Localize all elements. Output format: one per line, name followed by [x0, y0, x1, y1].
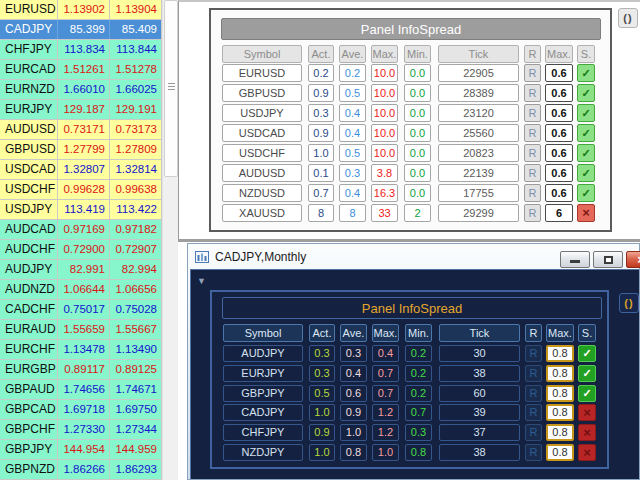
- market-watch-row[interactable]: GBPNZD 1.86266 1.86293: [0, 460, 162, 480]
- market-watch-row[interactable]: USDCHF 0.99628 0.99638: [0, 180, 162, 200]
- max-limit-input[interactable]: [546, 345, 574, 362]
- max-spread-cell: 10.0: [371, 64, 398, 82]
- spread-row: EURJPY 0.3 0.4 0.7 0.2 38 R: [212, 365, 607, 382]
- window-titlebar[interactable]: CADJPY,Monthly ×: [188, 244, 639, 269]
- close-button[interactable]: ×: [626, 251, 640, 268]
- reset-button[interactable]: R: [524, 164, 541, 182]
- market-watch-row[interactable]: AUDCAD 0.97169 0.97182: [0, 220, 162, 240]
- min-spread-cell: 2: [404, 204, 431, 222]
- max-limit-input[interactable]: [545, 124, 573, 142]
- market-watch-row[interactable]: EURNZD 1.66010 1.66025: [0, 80, 162, 100]
- market-watch-row[interactable]: GBPJPY 144.954 144.959: [0, 440, 162, 460]
- reset-button[interactable]: R: [525, 424, 542, 441]
- market-watch-row[interactable]: USDJPY 113.419 113.422: [0, 200, 162, 220]
- max-limit-input[interactable]: [545, 84, 573, 102]
- one-click-trading-icon[interactable]: (): [619, 293, 639, 313]
- max-limit-input[interactable]: [545, 104, 573, 122]
- market-watch-row[interactable]: GBPCAD 1.69718 1.69750: [0, 400, 162, 420]
- spread-row: CHFJPY 0.9 1.0 1.2 0.3 37 R: [212, 424, 607, 441]
- market-watch-row[interactable]: EURCAD 1.51261 1.51278: [0, 60, 162, 80]
- symbol-cell: EURAUD: [0, 320, 58, 339]
- reset-button[interactable]: R: [525, 345, 542, 362]
- market-watch-row[interactable]: USDCAD 1.32807 1.32814: [0, 160, 162, 180]
- max-limit-input[interactable]: [546, 444, 574, 461]
- scrollbar-thumb[interactable]: [164, 0, 178, 177]
- status-toggle-button[interactable]: [577, 84, 595, 102]
- market-watch-row[interactable]: GBPCHF 1.27330 1.27344: [0, 420, 162, 440]
- reset-button[interactable]: R: [525, 444, 542, 461]
- market-watch-row[interactable]: AUDCHF 0.72900 0.72907: [0, 240, 162, 260]
- market-watch-row[interactable]: CADJPY 85.399 85.409: [0, 20, 162, 40]
- status-toggle-button[interactable]: [578, 345, 596, 362]
- reset-button[interactable]: R: [524, 144, 541, 162]
- reset-button[interactable]: R: [524, 204, 541, 222]
- ask-cell: 1.06656: [110, 280, 162, 299]
- reset-button[interactable]: R: [524, 124, 541, 142]
- ask-cell: 0.73173: [110, 120, 162, 139]
- reset-button[interactable]: R: [525, 385, 542, 402]
- symbol-cell: USDCAD: [0, 160, 58, 179]
- symbol-cell: CHFJPY: [0, 40, 58, 59]
- market-watch-row[interactable]: AUDJPY 82.991 82.994: [0, 260, 162, 280]
- bid-cell: 113.419: [58, 200, 110, 219]
- max-limit-input[interactable]: [546, 385, 574, 402]
- max-limit-input[interactable]: [546, 404, 574, 421]
- market-watch-row[interactable]: EURJPY 129.187 129.191: [0, 100, 162, 120]
- status-toggle-button[interactable]: [578, 444, 596, 461]
- window-title: CADJPY,Monthly: [215, 250, 306, 264]
- market-watch-row[interactable]: EURGBP 0.89117 0.89125: [0, 360, 162, 380]
- status-icon: [581, 107, 590, 119]
- max-limit-input[interactable]: [546, 365, 574, 382]
- reset-button[interactable]: R: [525, 404, 542, 421]
- market-watch-row[interactable]: AUDUSD 0.73171 0.73173: [0, 120, 162, 140]
- ask-cell: 1.27809: [110, 140, 162, 159]
- max-limit-input[interactable]: [545, 184, 573, 202]
- status-toggle-button[interactable]: [578, 424, 596, 441]
- market-watch-row[interactable]: EURUSD 1.13902 1.13904: [0, 0, 162, 20]
- market-watch-row[interactable]: EURAUD 1.55659 1.55667: [0, 320, 162, 340]
- max-limit-input[interactable]: [545, 164, 573, 182]
- market-watch-row[interactable]: CHFJPY 113.834 113.844: [0, 40, 162, 60]
- status-toggle-button[interactable]: [577, 204, 595, 222]
- market-watch-row[interactable]: GBPUSD 1.27799 1.27809: [0, 140, 162, 160]
- reset-button[interactable]: R: [525, 365, 542, 382]
- symbol-cell: XAUUSD: [222, 204, 302, 222]
- average-spread-cell: 0.5: [339, 144, 366, 162]
- status-toggle-button[interactable]: [577, 124, 595, 142]
- max-limit-input[interactable]: [546, 424, 574, 441]
- minimize-button[interactable]: [560, 251, 590, 268]
- status-toggle-button[interactable]: [578, 385, 596, 402]
- max-limit-input[interactable]: [545, 204, 573, 222]
- restore-button[interactable]: [593, 251, 623, 268]
- market-watch-row[interactable]: GBPAUD 1.74656 1.74671: [0, 380, 162, 400]
- reset-button[interactable]: R: [524, 64, 541, 82]
- bid-cell: 0.99628: [58, 180, 110, 199]
- max-limit-input[interactable]: [545, 144, 573, 162]
- status-icon: [581, 87, 590, 99]
- panel-header-row: Symbol Act. Ave. Max. Min. Tick R Max. S…: [211, 45, 610, 63]
- market-watch-row[interactable]: EURCHF 1.13478 1.13490: [0, 340, 162, 360]
- status-toggle-button[interactable]: [577, 184, 595, 202]
- chart-window-cadjpy: CADJPY,Monthly × ▼ () Panel InfoSpread S…: [187, 243, 640, 480]
- reset-button[interactable]: R: [524, 184, 541, 202]
- reset-button[interactable]: R: [524, 104, 541, 122]
- market-watch-scrollbar[interactable]: [162, 0, 178, 480]
- status-toggle-button[interactable]: [578, 404, 596, 421]
- column-header-reset: R: [525, 324, 542, 342]
- status-toggle-button[interactable]: [577, 104, 595, 122]
- status-toggle-button[interactable]: [577, 164, 595, 182]
- column-header-reset: R: [524, 45, 541, 63]
- market-watch-row[interactable]: CADCHF 0.75017 0.75028: [0, 300, 162, 320]
- one-click-trading-icon[interactable]: (): [618, 8, 638, 28]
- status-toggle-button[interactable]: [577, 144, 595, 162]
- ask-cell: 113.422: [110, 200, 162, 219]
- ask-cell: 1.55667: [110, 320, 162, 339]
- one-click-dropdown-arrow-icon[interactable]: ▼: [197, 277, 206, 286]
- market-watch-row[interactable]: AUDNZD 1.06644 1.06656: [0, 280, 162, 300]
- max-limit-input[interactable]: [545, 64, 573, 82]
- symbol-cell: EURNZD: [0, 80, 58, 99]
- ask-cell: 0.72907: [110, 240, 162, 259]
- reset-button[interactable]: R: [524, 84, 541, 102]
- status-toggle-button[interactable]: [577, 64, 595, 82]
- status-toggle-button[interactable]: [578, 365, 596, 382]
